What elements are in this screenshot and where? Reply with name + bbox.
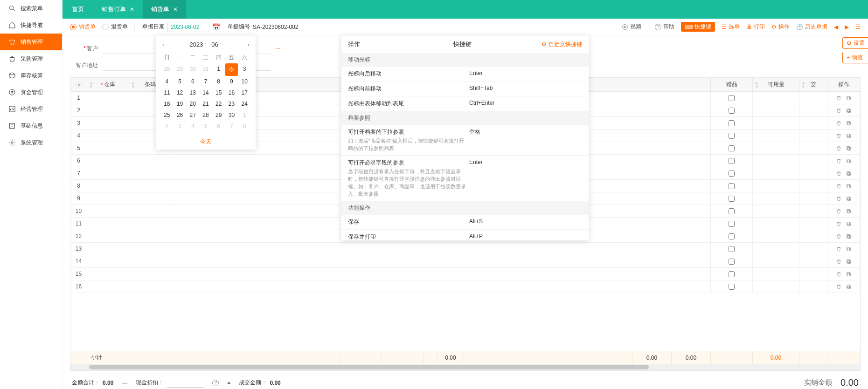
copy-icon[interactable]: [846, 171, 852, 177]
delete-icon[interactable]: [836, 233, 842, 239]
question-icon[interactable]: ?: [212, 380, 219, 386]
delete-icon[interactable]: [836, 246, 842, 252]
calendar-day[interactable]: 10: [238, 76, 251, 87]
action-button[interactable]: ⚙ 操作: [771, 23, 790, 31]
calendar-day[interactable]: 30: [186, 63, 199, 76]
calendar-day[interactable]: 30: [225, 109, 238, 121]
today-button[interactable]: 今天: [160, 134, 251, 147]
next-month-button[interactable]: ›: [245, 41, 251, 48]
gift-checkbox[interactable]: [729, 145, 735, 151]
calendar-day[interactable]: 20: [186, 98, 199, 109]
col-deliver[interactable]: ▲▼交: [799, 78, 827, 91]
col-available[interactable]: ▲▼可用量: [753, 78, 799, 91]
gift-checkbox[interactable]: [729, 120, 735, 126]
copy-icon[interactable]: [846, 246, 852, 252]
prev-month-button[interactable]: ‹: [160, 41, 166, 48]
sidebar-item-system[interactable]: 系统管理: [0, 134, 62, 151]
calendar-day[interactable]: 4: [186, 121, 199, 132]
calendar-day[interactable]: 17: [238, 87, 251, 98]
copy-icon[interactable]: [846, 108, 852, 114]
calendar-day[interactable]: 14: [199, 87, 212, 98]
close-icon[interactable]: ✕: [173, 6, 178, 13]
calendar-day[interactable]: 2: [160, 121, 174, 132]
calendar-day[interactable]: 3: [238, 63, 251, 76]
shortcut-button[interactable]: ⌨ 快捷键: [681, 22, 715, 32]
month-select[interactable]: 06: [211, 41, 222, 48]
delete-icon[interactable]: [836, 284, 842, 290]
calendar-day[interactable]: 3: [174, 121, 187, 132]
calendar-day[interactable]: 4: [160, 76, 174, 87]
sidebar-item-search[interactable]: 搜索菜单: [0, 0, 62, 17]
sidebar-item-purchase[interactable]: 采购管理: [0, 50, 62, 67]
calendar-day[interactable]: 7: [225, 121, 238, 132]
sidebar-item-finance[interactable]: 资金管理: [0, 84, 62, 101]
col-gift[interactable]: 赠品: [711, 78, 753, 91]
calendar-day[interactable]: 19: [174, 98, 187, 109]
delete-icon[interactable]: [836, 108, 842, 114]
calendar-day[interactable]: 11: [160, 87, 174, 98]
calendar-day[interactable]: 1: [212, 63, 225, 76]
col-settings[interactable]: [70, 78, 87, 91]
calendar-day[interactable]: 9: [225, 76, 238, 87]
calendar-day[interactable]: 6: [186, 76, 199, 87]
calendar-day[interactable]: 6: [212, 121, 225, 132]
menu-icon[interactable]: ☰: [855, 24, 861, 30]
delete-icon[interactable]: [836, 259, 842, 265]
sidebar-item-basicinfo[interactable]: 基础信息: [0, 117, 62, 134]
calendar-day[interactable]: 31: [199, 63, 212, 76]
table-row[interactable]: 16: [70, 280, 860, 293]
chevron-left-icon[interactable]: ◀: [834, 24, 838, 30]
print-button[interactable]: 🖶 打印: [746, 23, 765, 31]
discount-input[interactable]: [167, 378, 204, 388]
horizontal-scrollbar[interactable]: [70, 364, 860, 370]
pick-button[interactable]: ☰ 选单: [722, 23, 740, 31]
calendar-day[interactable]: 8: [238, 121, 251, 132]
gift-checkbox[interactable]: [729, 259, 735, 265]
copy-icon[interactable]: [846, 221, 852, 227]
copy-icon[interactable]: [846, 284, 852, 290]
calendar-day[interactable]: 5: [174, 76, 187, 87]
delete-icon[interactable]: [836, 221, 842, 227]
gift-checkbox[interactable]: [729, 158, 735, 164]
gift-checkbox[interactable]: [729, 196, 735, 202]
date-input[interactable]: [167, 22, 209, 32]
calendar-day[interactable]: 7: [199, 76, 212, 87]
col-warehouse[interactable]: ▲▼*仓库: [87, 78, 129, 91]
radio-return[interactable]: 退货单: [102, 23, 128, 31]
calendar-day[interactable]: 13: [186, 87, 199, 98]
copy-icon[interactable]: [846, 120, 852, 126]
sidebar-item-quicknav[interactable]: 快捷导航: [0, 17, 62, 34]
delete-icon[interactable]: [836, 183, 842, 189]
calendar-day[interactable]: 23: [225, 98, 238, 109]
delete-icon[interactable]: [836, 208, 842, 214]
delete-icon[interactable]: [836, 120, 842, 126]
copy-icon[interactable]: [846, 208, 852, 214]
year-select[interactable]: 2023: [190, 41, 207, 48]
calendar-day[interactable]: 15: [212, 87, 225, 98]
calendar-day[interactable]: 1: [238, 109, 251, 121]
delete-icon[interactable]: [836, 95, 842, 101]
delete-icon[interactable]: [836, 171, 842, 177]
sidebar-item-inventory[interactable]: 库存核算: [0, 67, 62, 84]
more-icon[interactable]: ⋯: [275, 45, 281, 52]
calendar-day[interactable]: 21: [199, 98, 212, 109]
copy-icon[interactable]: [846, 271, 852, 277]
settings-button[interactable]: ⚙ 设置: [842, 37, 868, 49]
gift-checkbox[interactable]: [729, 208, 735, 214]
video-button[interactable]: 视频: [622, 23, 641, 31]
gift-checkbox[interactable]: [729, 108, 735, 114]
delete-icon[interactable]: [836, 145, 842, 151]
table-row[interactable]: 13: [70, 243, 860, 255]
history-button[interactable]: 🕑 历史单据: [796, 23, 827, 31]
calendar-icon[interactable]: 📅: [212, 23, 220, 31]
delete-icon[interactable]: [836, 133, 842, 139]
tab-salesinvoice[interactable]: 销货单✕: [143, 0, 186, 19]
table-row[interactable]: 15: [70, 268, 860, 280]
delete-icon[interactable]: [836, 196, 842, 202]
sidebar-item-business[interactable]: 经营管理: [0, 101, 62, 117]
calendar-day[interactable]: 25: [160, 109, 174, 121]
tab-salesorder[interactable]: 销售订单✕: [93, 0, 143, 19]
calendar-day[interactable]: 27: [186, 109, 199, 121]
copy-icon[interactable]: [846, 133, 852, 139]
gift-checkbox[interactable]: [729, 133, 735, 139]
